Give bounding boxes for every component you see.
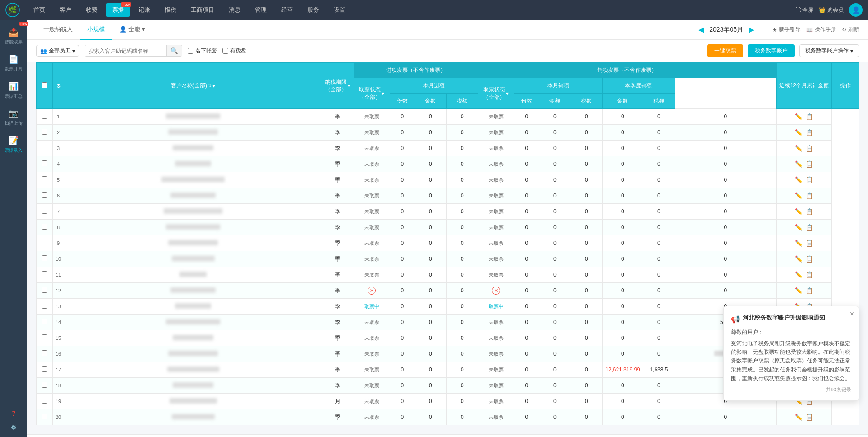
refresh-link[interactable]: ↻ 刷新 [842, 26, 859, 33]
period-filter-icon[interactable]: ▾ [348, 83, 350, 89]
nav-settings[interactable]: 设置 [327, 3, 352, 17]
edit-button[interactable]: ✏️ [794, 160, 803, 169]
quarterly-amount: 0 [621, 224, 624, 230]
row-checkbox[interactable] [42, 192, 47, 198]
row-checkbox[interactable] [42, 382, 47, 388]
row-checkbox[interactable] [42, 271, 47, 277]
nav-ticket[interactable]: 票据 new [106, 3, 130, 17]
sidebar-item-settings[interactable]: ⚙️ [1, 421, 26, 433]
copy-button[interactable]: 📋 [805, 175, 814, 184]
edit-button[interactable]: ✏️ [794, 223, 803, 232]
nav-admin[interactable]: 管理 [249, 3, 273, 17]
search-input[interactable] [85, 46, 166, 56]
edit-button[interactable]: ✏️ [794, 270, 803, 279]
filter-icon[interactable]: ▾ [212, 83, 215, 89]
select-all-checkbox[interactable] [42, 82, 47, 88]
nav-message[interactable]: 消息 [222, 3, 247, 17]
edit-button[interactable]: ✏️ [794, 286, 803, 295]
customer-sort-icon[interactable]: ⇅ [208, 84, 212, 88]
edit-button[interactable]: ✏️ [794, 254, 803, 263]
nav-home[interactable]: 首页 [27, 3, 52, 17]
nav-tax[interactable]: 报税 [158, 3, 183, 17]
manual-link[interactable]: 📖 操作手册 [806, 26, 836, 33]
edit-button[interactable]: ✏️ [794, 191, 803, 200]
settings-col-icon[interactable]: ⚙ [56, 83, 61, 89]
sidebar-item-ticket-entry[interactable]: 📝 票据录入 [1, 132, 26, 157]
tab-small-scale[interactable]: 小规模 [80, 20, 112, 40]
row-checkbox[interactable] [42, 334, 47, 340]
nav-fee[interactable]: 收费 [80, 3, 104, 17]
sidebar-item-help[interactable]: ❓ [1, 407, 26, 419]
tab-all[interactable]: 👤 全能 ▾ [112, 20, 152, 40]
sidebar-item-smart-ticket[interactable]: 📥 智能取票 [1, 23, 26, 49]
row-checkbox[interactable] [42, 366, 47, 372]
row-checkbox[interactable] [42, 414, 47, 419]
edit-button[interactable]: ✏️ [794, 175, 803, 184]
copy-button[interactable]: 📋 [805, 112, 814, 121]
sidebar-item-invoice-open[interactable]: 📄 发票开具 [1, 51, 26, 76]
underaccount-checkbox[interactable] [188, 48, 193, 54]
edit-button[interactable]: ✏️ [794, 413, 803, 422]
row-checkbox[interactable] [42, 240, 47, 245]
out-status-filter-icon[interactable]: ▾ [506, 90, 509, 97]
quarterly-tax: 0 [657, 177, 660, 183]
row-checkbox[interactable] [42, 319, 47, 324]
row-checkbox[interactable] [42, 255, 47, 261]
quarterly-tax: 0 [657, 303, 660, 310]
row-checkbox[interactable] [42, 303, 47, 309]
underaccount-checkbox-label[interactable]: 名下账套 [188, 47, 217, 55]
period-next-button[interactable]: ▶ [749, 25, 754, 34]
sidebar-item-scan-upload[interactable]: 📷 扫描上传 [1, 105, 26, 130]
edit-button[interactable]: ✏️ [794, 112, 803, 121]
edit-button[interactable]: ✏️ [794, 144, 803, 153]
search-button[interactable]: 🔍 [166, 45, 182, 56]
copy-button[interactable]: 📋 [805, 413, 814, 422]
one-click-ticket-button[interactable]: 一键取票 [707, 44, 743, 57]
row-checkbox[interactable] [42, 287, 47, 293]
employee-select[interactable]: 👥 全部员工 ▾ [36, 45, 79, 57]
copy-button[interactable]: 📋 [805, 160, 814, 169]
notification-close-button[interactable]: × [850, 310, 854, 318]
row-checkbox[interactable] [42, 129, 47, 135]
tab-general-taxpayer[interactable]: 一般纳税人 [36, 20, 80, 40]
nav-accounting[interactable]: 记账 [132, 3, 156, 17]
copy-button[interactable]: 📋 [805, 207, 814, 216]
row-checkbox[interactable] [42, 145, 47, 150]
member-button[interactable]: 👑 购会员 [819, 6, 844, 14]
copy-button[interactable]: 📋 [805, 254, 814, 263]
taxdisk-checkbox[interactable] [222, 48, 228, 54]
copy-button[interactable]: 📋 [805, 286, 814, 295]
out-amount-cell: 0 [539, 141, 571, 156]
nav-service[interactable]: 服务 [301, 3, 326, 17]
in-status-filter-icon[interactable]: ▾ [382, 90, 384, 97]
taxdisk-checkbox-label[interactable]: 有税盘 [222, 47, 246, 55]
fullscreen-button[interactable]: ⛶ 全屏 [795, 6, 813, 14]
period-prev-button[interactable]: ◀ [698, 25, 704, 34]
row-checkbox[interactable] [42, 398, 47, 404]
user-avatar[interactable]: 👤 [849, 3, 863, 17]
row-checkbox[interactable] [42, 113, 47, 119]
digital-account-button[interactable]: 税务数字账户 [748, 44, 795, 57]
row-checkbox[interactable] [42, 224, 47, 230]
nav-customer[interactable]: 客户 [53, 3, 78, 17]
copy-button[interactable]: 📋 [805, 144, 814, 153]
row-checkbox[interactable] [42, 176, 47, 182]
quarterly-tax: 0 [657, 224, 660, 230]
digital-account-operation-button[interactable]: 税务数字账户操作 ▾ [799, 44, 859, 57]
row-checkbox[interactable] [42, 208, 47, 214]
sidebar-item-ticket-summary[interactable]: 📊 票据汇总 [1, 78, 26, 103]
copy-button[interactable]: 📋 [805, 270, 814, 279]
copy-button[interactable]: 📋 [805, 191, 814, 200]
copy-button[interactable]: 📋 [805, 223, 814, 232]
copy-button[interactable]: 📋 [805, 128, 814, 137]
edit-button[interactable]: ✏️ [794, 128, 803, 137]
action-cell: ✏️ 📋 [776, 235, 831, 251]
row-checkbox[interactable] [42, 160, 47, 166]
edit-button[interactable]: ✏️ [794, 207, 803, 216]
row-checkbox[interactable] [42, 350, 47, 356]
edit-button[interactable]: ✏️ [794, 239, 803, 248]
new-guide-link[interactable]: ★ 新手引导 [772, 26, 801, 33]
nav-business[interactable]: 工商项目 [184, 3, 221, 17]
copy-button[interactable]: 📋 [805, 239, 814, 248]
nav-operation[interactable]: 经营 [275, 3, 299, 17]
